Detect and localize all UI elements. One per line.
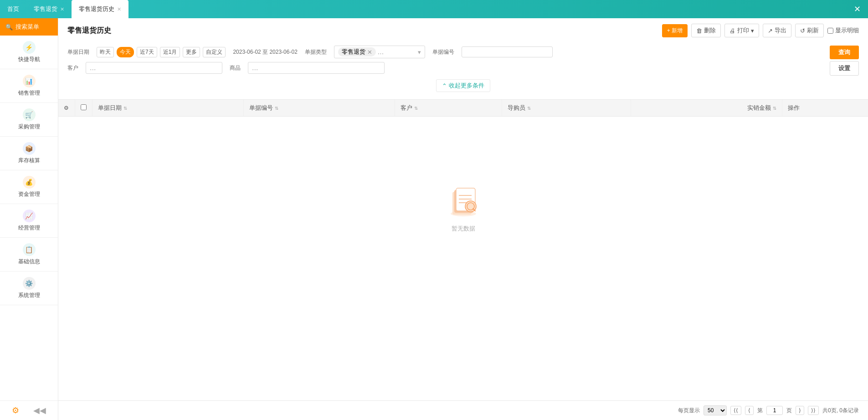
speaker-bottom-icon[interactable]: ◀◀ [33, 405, 46, 415]
sidebar-item-purchase[interactable]: 🛒 采购管理 [0, 103, 58, 137]
th-no-label: 单据编号 [249, 104, 273, 112]
date-range-display: 2023-06-02 至 2023-06-02 [233, 48, 297, 56]
data-table: ⚙ 单据日期 ⇅ 单据编号 ⇅ [58, 100, 868, 299]
th-settings[interactable]: ⚙ [58, 100, 75, 117]
tab-retail-return-close[interactable]: ✕ [60, 6, 64, 12]
per-page-select[interactable]: 50 10 20 100 [704, 405, 727, 415]
tab-retail-return-label: 零售退货 [34, 5, 57, 13]
voucher-type-tag-close[interactable]: ✕ [367, 49, 372, 56]
tab-list: + 新增 首页 零售退货 ✕ 零售退货历史 ✕ [0, 0, 847, 18]
th-checkbox[interactable] [75, 100, 92, 117]
print-icon: 🖨 [729, 27, 735, 34]
sidebar-item-system[interactable]: ⚙️ 系统管理 [0, 271, 58, 305]
tab-retail-return-history[interactable]: 零售退货历史 ✕ [72, 0, 128, 18]
sidebar-item-operations-label: 经营管理 [18, 224, 40, 232]
date-btn-yesterday[interactable]: 昨天 [97, 47, 114, 57]
query-button[interactable]: 查询 [830, 46, 859, 59]
tab-retail-return[interactable]: 零售退货 ✕ [26, 0, 72, 18]
date-filter-label: 单据日期 [67, 48, 89, 56]
window-close-button[interactable]: ✕ [847, 4, 868, 14]
sidebar-item-sales[interactable]: 📊 销售管理 [0, 69, 58, 103]
customer-dots: ... [90, 64, 96, 72]
th-customer-label: 客户 [401, 104, 412, 112]
th-action: 操作 [782, 100, 868, 117]
query-settings-button[interactable]: 设置 [830, 61, 859, 76]
voucher-type-dots: ... [378, 48, 384, 56]
print-label: 打印 [737, 26, 749, 35]
tab-retail-return-history-close[interactable]: ✕ [117, 6, 121, 12]
top-bar: + 新增 首页 零售退货 ✕ 零售退货历史 ✕ ✕ [0, 0, 868, 18]
th-amount[interactable]: 实销金额 ⇅ [631, 100, 782, 117]
basic-info-icon: 📋 [23, 243, 36, 256]
th-date[interactable]: 单据日期 ⇅ [92, 100, 243, 117]
sidebar-item-inventory[interactable]: 📦 库存核算 [0, 137, 58, 170]
delete-icon: 🗑 [696, 27, 702, 34]
page-input[interactable] [766, 406, 783, 415]
table-container: ⚙ 单据日期 ⇅ 单据编号 ⇅ [58, 100, 868, 400]
total-info: 共0页, 0条记录 [822, 407, 859, 415]
empty-row: 暂无数据 [58, 117, 868, 299]
voucher-type-select[interactable]: 零售退货 ✕ ... ▾ [334, 46, 425, 58]
tab-retail-return-history-label: 零售退货历史 [79, 5, 114, 13]
page-last-button[interactable]: ⟩⟩ [808, 406, 819, 415]
show-detail-label[interactable]: 显示明细 [827, 26, 859, 35]
filter-area: 单据日期 昨天 今天 近7天 近1月 更多 自定义 2023-06-02 至 2… [67, 42, 859, 99]
sidebar-search[interactable]: 🔍 搜索菜单 [0, 18, 58, 36]
page-first-button[interactable]: ⟨⟨ [730, 406, 741, 415]
voucher-no-input[interactable] [462, 46, 553, 57]
collapse-icon: ⌃ [442, 82, 447, 89]
refresh-icon: ↺ [800, 27, 805, 34]
operations-icon: 📈 [23, 210, 36, 222]
sidebar-item-basic-info-label: 基础信息 [18, 258, 40, 266]
date-btn-1month[interactable]: 近1月 [160, 47, 180, 57]
add-button[interactable]: + 新增 [662, 24, 688, 37]
sidebar-bottom: ⚙ ◀◀ [0, 400, 58, 420]
date-btn-more[interactable]: 更多 [183, 47, 200, 57]
sidebar-search-label: 搜索菜单 [15, 23, 39, 31]
export-icon: ↗ [768, 27, 773, 34]
sidebar-item-system-label: 系统管理 [18, 292, 40, 299]
customer-select[interactable]: ... [86, 62, 222, 74]
sales-icon: 📊 [23, 75, 36, 87]
page-prev-button[interactable]: ⟨ [745, 406, 754, 415]
finance-icon: 💰 [23, 176, 36, 189]
date-btn-custom[interactable]: 自定义 [203, 47, 226, 57]
print-button[interactable]: 🖨 打印 ▾ [724, 24, 759, 37]
th-customer[interactable]: 客户 ⇅ [395, 100, 502, 117]
collapse-filter-button[interactable]: ⌃ 收起更多条件 [436, 79, 490, 92]
system-icon: ⚙️ [23, 277, 36, 290]
settings-bottom-icon[interactable]: ⚙ [12, 405, 19, 415]
select-all-checkbox[interactable] [81, 104, 87, 110]
per-page-label: 每页显示 [678, 407, 700, 415]
tab-home[interactable]: + 新增 首页 [0, 0, 26, 18]
sidebar-item-operations[interactable]: 📈 经营管理 [0, 204, 58, 238]
sidebar-item-finance[interactable]: 💰 资金管理 [0, 170, 58, 204]
voucher-type-label: 单据类型 [305, 48, 327, 56]
sidebar-item-purchase-label: 采购管理 [18, 123, 40, 131]
th-amount-sort-icon: ⇅ [773, 106, 776, 111]
sidebar: 🔍 搜索菜单 ⚡ 快捷导航 📊 销售管理 🛒 采购管理 📦 库存核算 💰 资金管… [0, 18, 58, 420]
date-btn-7days[interactable]: 近7天 [137, 47, 157, 57]
show-detail-checkbox[interactable] [827, 28, 833, 34]
sidebar-item-basic-info[interactable]: 📋 基础信息 [0, 238, 58, 271]
filter-row-1: 单据日期 昨天 今天 近7天 近1月 更多 自定义 2023-06-02 至 2… [67, 46, 859, 58]
date-btn-today[interactable]: 今天 [117, 47, 134, 57]
refresh-button[interactable]: ↺ 刷新 [795, 24, 824, 37]
empty-state-icon [445, 183, 482, 219]
date-filter: 昨天 今天 近7天 近1月 更多 自定义 [97, 47, 226, 57]
th-no[interactable]: 单据编号 ⇅ [243, 100, 395, 117]
collapse-label: 收起更多条件 [449, 82, 484, 90]
page-title-row: 零售退货历史 + 新增 🗑 删除 🖨 打印 ▾ ↗ 导出 [67, 24, 859, 37]
goods-select[interactable]: ... [248, 62, 385, 74]
quicknav-icon: ⚡ [23, 41, 36, 54]
th-guide[interactable]: 导购员 ⇅ [502, 100, 631, 117]
sidebar-item-finance-label: 资金管理 [18, 190, 40, 198]
delete-button[interactable]: 🗑 删除 [691, 24, 721, 37]
customer-filter-label: 客户 [67, 64, 78, 72]
export-button[interactable]: ↗ 导出 [763, 24, 791, 37]
page-next-button[interactable]: ⟩ [796, 406, 804, 415]
content-area: 零售退货历史 + 新增 🗑 删除 🖨 打印 ▾ ↗ 导出 [58, 18, 868, 420]
filter-row-2: 客户 ... 商品 ... [67, 62, 859, 74]
show-detail-text: 显示明细 [835, 26, 859, 35]
sidebar-item-quicknav[interactable]: ⚡ 快捷导航 [0, 36, 58, 69]
